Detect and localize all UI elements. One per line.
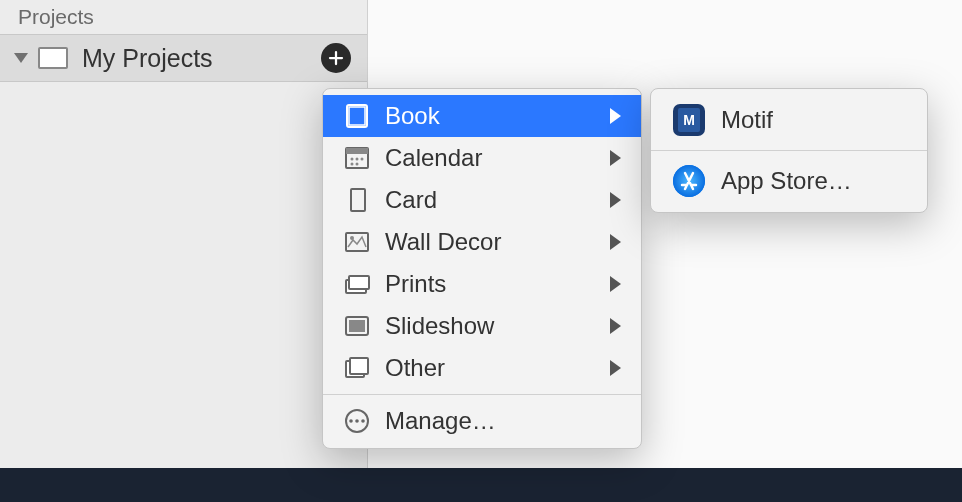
sidebar: Projects My Projects [0,0,368,468]
svg-point-20 [355,419,359,423]
submenu-item-motif[interactable]: M Motif [651,95,927,145]
project-type-menu: Book Calendar Card Wall Decor Prints Sli [322,88,642,449]
chevron-right-icon [610,276,621,292]
menu-item-label: Prints [385,270,610,298]
menu-item-walldecor[interactable]: Wall Decor [323,221,641,263]
menu-item-label: Book [385,102,610,130]
sidebar-item-myprojects[interactable]: My Projects [0,34,367,82]
book-icon [343,102,371,130]
menu-item-label: Manage… [385,407,621,435]
projects-folder-icon [38,47,68,69]
other-icon [343,354,371,382]
menu-item-prints[interactable]: Prints [323,263,641,305]
motif-icon: M [671,102,707,138]
menu-item-manage[interactable]: Manage… [323,400,641,442]
chevron-right-icon [610,318,621,334]
menu-item-label: Wall Decor [385,228,610,256]
menu-separator [323,394,641,395]
manage-icon [343,407,371,435]
chevron-right-icon [610,360,621,376]
disclosure-triangle-icon[interactable] [14,53,28,63]
card-icon [343,186,371,214]
sidebar-header: Projects [0,0,367,34]
svg-point-11 [350,236,354,240]
menu-item-other[interactable]: Other [323,347,641,389]
submenu-item-label: App Store… [721,167,852,195]
prints-icon [343,270,371,298]
svg-rect-1 [349,107,365,125]
menu-item-book[interactable]: Book [323,95,641,137]
appstore-icon [671,163,707,199]
svg-point-4 [351,158,354,161]
chevron-right-icon [610,234,621,250]
walldecor-icon [343,228,371,256]
svg-rect-15 [349,320,365,332]
svg-point-5 [356,158,359,161]
svg-rect-13 [349,276,369,289]
menu-item-label: Other [385,354,610,382]
slideshow-icon [343,312,371,340]
menu-item-label: Slideshow [385,312,610,340]
menu-item-calendar[interactable]: Calendar [323,137,641,179]
svg-text:M: M [683,112,695,128]
chevron-right-icon [610,108,621,124]
menu-item-label: Calendar [385,144,610,172]
menu-item-card[interactable]: Card [323,179,641,221]
sidebar-item-label: My Projects [82,44,321,73]
chevron-right-icon [610,150,621,166]
svg-point-6 [361,158,364,161]
svg-rect-3 [346,148,368,154]
submenu-item-appstore[interactable]: App Store… [651,156,927,206]
submenu-item-label: Motif [721,106,773,134]
menu-separator [651,150,927,151]
svg-point-7 [351,163,354,166]
add-project-button[interactable] [321,43,351,73]
chevron-right-icon [610,192,621,208]
bottom-bar [0,468,962,502]
svg-rect-0 [347,105,367,127]
svg-point-19 [349,419,353,423]
svg-rect-9 [351,189,365,211]
menu-item-label: Card [385,186,610,214]
menu-item-slideshow[interactable]: Slideshow [323,305,641,347]
svg-point-21 [361,419,365,423]
book-submenu: M Motif App Store… [650,88,928,213]
svg-rect-17 [350,358,368,374]
calendar-icon [343,144,371,172]
svg-point-8 [356,163,359,166]
